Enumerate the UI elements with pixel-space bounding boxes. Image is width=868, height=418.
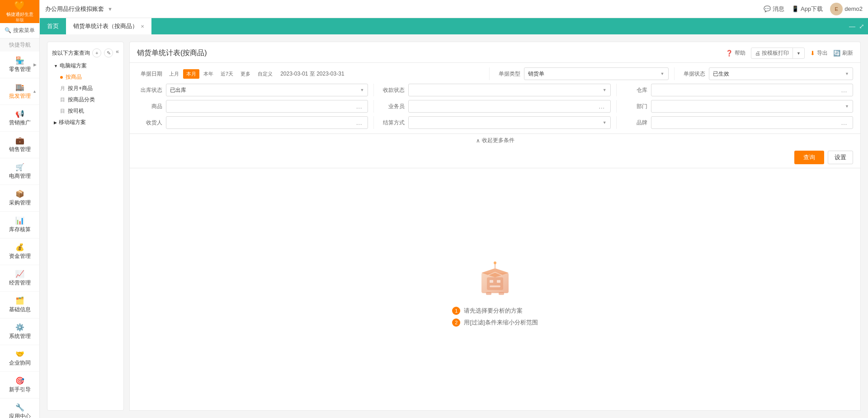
export-button[interactable]: ⬇ 导出 bbox=[810, 49, 828, 57]
divider-3 bbox=[373, 84, 374, 96]
sidebar-item-enterprise[interactable]: 🤝 企业协同 bbox=[0, 345, 39, 372]
tab-sales-stat[interactable]: 销货单统计表（按商品） ✕ bbox=[66, 18, 151, 34]
settlement-input[interactable]: ▼ bbox=[408, 116, 610, 129]
empty-step-2: 2 用[过滤]条件来缩小分析范围 bbox=[452, 318, 538, 327]
tab-close-icon[interactable]: ✕ bbox=[141, 24, 144, 29]
sidebar-item-basic[interactable]: 🗂️ 基础信息 bbox=[0, 292, 39, 318]
sidebar-item-newbie[interactable]: 🎯 新手引导 bbox=[0, 372, 39, 399]
refresh-button[interactable]: 🔄 刷新 bbox=[833, 49, 853, 57]
consignee-dots-icon[interactable]: … bbox=[354, 119, 364, 126]
print-template-button[interactable]: 🖨 按模板打印 bbox=[751, 48, 793, 58]
sidebar-item-inventory[interactable]: 📊 库存核算 bbox=[0, 212, 39, 238]
tree-item-by-category-label: 按商品分类 bbox=[68, 96, 95, 104]
help-button[interactable]: ❓ 帮助 bbox=[726, 49, 745, 57]
tree-item-desktop[interactable]: ▼ 电脑端方案 bbox=[47, 60, 123, 71]
collapse-conditions-button[interactable]: ∧ 收起更多条件 bbox=[476, 137, 514, 144]
staff-input[interactable]: … bbox=[408, 100, 610, 113]
search-bar: 单据日期 上月 本月 本年 近7天 更多 自定义 2023-03-01 至 20… bbox=[129, 62, 861, 133]
receipt-status-field: 收款状态 ▼ bbox=[379, 84, 610, 96]
add-scheme-button[interactable]: + bbox=[92, 48, 101, 57]
receipt-status-value bbox=[412, 86, 418, 94]
sidebar-item-marketing[interactable]: 📢 营销推广 bbox=[0, 105, 39, 132]
svg-rect-11 bbox=[499, 292, 504, 295]
apps-icon: 🔧 bbox=[15, 403, 24, 412]
message-action[interactable]: 💬 消息 bbox=[764, 5, 784, 13]
brand-dots-icon[interactable]: … bbox=[839, 119, 849, 126]
date-tab-this-year[interactable]: 本年 bbox=[200, 69, 217, 79]
search-row-2: 出库状态 已出库 ▼ 收款状态 ▼ bbox=[137, 84, 853, 96]
sidebar-item-wholesale[interactable]: 🏬 批发管理 ▲ bbox=[0, 78, 39, 105]
divider-7 bbox=[373, 116, 374, 129]
sidebar-item-ecommerce[interactable]: 🛒 电商管理 bbox=[0, 158, 39, 185]
tab-home[interactable]: 首页 bbox=[40, 18, 66, 34]
staff-dots-icon[interactable]: … bbox=[597, 103, 607, 110]
query-button[interactable]: 查询 bbox=[794, 151, 824, 164]
dept-input[interactable]: ▼ bbox=[651, 100, 853, 113]
sidebar-item-enterprise-label: 企业协同 bbox=[9, 359, 31, 367]
logo-icon: 🧡 bbox=[14, 0, 25, 11]
system-icon: ⚙️ bbox=[15, 323, 24, 332]
tree-item-by-printer[interactable]: 目 按司机 bbox=[47, 105, 123, 117]
collapse-up-icon: ∧ bbox=[476, 138, 480, 144]
minimize-icon[interactable]: — bbox=[849, 23, 855, 30]
dropdown-arrow-icon[interactable]: ▼ bbox=[108, 6, 113, 12]
receipt-status-input[interactable]: ▼ bbox=[408, 84, 610, 96]
date-tab-last-month[interactable]: 上月 bbox=[166, 69, 182, 79]
setting-button[interactable]: 设置 bbox=[828, 151, 853, 164]
warehouse-dots-icon[interactable]: … bbox=[839, 86, 849, 94]
doc-status-input[interactable]: 已生效 ▼ bbox=[709, 67, 854, 80]
tree-item-by-product[interactable]: 按商品 bbox=[47, 71, 123, 83]
operations-icon: 📈 bbox=[15, 270, 24, 278]
sidebar-search[interactable]: 🔍 搜索菜单 bbox=[0, 23, 39, 38]
date-tab-this-month[interactable]: 本月 bbox=[183, 69, 199, 79]
divider-8 bbox=[616, 116, 617, 129]
empty-steps: 1 请先选择要分析的方案 2 用[过滤]条件来缩小分析范围 bbox=[452, 307, 538, 327]
settlement-label: 结算方式 bbox=[379, 119, 405, 127]
consignee-input[interactable]: … bbox=[166, 116, 368, 129]
doc-type-input[interactable]: 销货单 ▼ bbox=[524, 67, 669, 80]
date-tab-7days[interactable]: 近7天 bbox=[217, 69, 236, 79]
doc-type-arrow-icon: ▼ bbox=[660, 71, 665, 76]
app-download-action[interactable]: 📱 App下载 bbox=[792, 5, 823, 13]
tree-item-by-category[interactable]: 目 按商品分类 bbox=[47, 94, 123, 105]
svg-rect-4 bbox=[487, 277, 503, 290]
sidebar-item-retail-label: 零售管理 bbox=[9, 66, 31, 73]
page-content: 按以下方案查询 + ✎ « ▼ 电脑端方案 bbox=[40, 34, 868, 418]
search-row-1: 单据日期 上月 本月 本年 近7天 更多 自定义 2023-03-01 至 20… bbox=[137, 67, 853, 80]
product-input[interactable]: … bbox=[166, 100, 368, 113]
retail-icon: 🏪 bbox=[15, 56, 24, 65]
sidebar-item-retail[interactable]: 🏪 零售管理 ▶ bbox=[0, 52, 39, 78]
product-dots-icon[interactable]: … bbox=[354, 103, 364, 110]
sidebar-item-operations[interactable]: 📈 经营管理 bbox=[0, 265, 39, 292]
sidebar-item-sales[interactable]: 💼 销售管理 bbox=[0, 132, 39, 158]
sidebar-item-system[interactable]: ⚙️ 系统管理 bbox=[0, 318, 39, 345]
edit-scheme-button[interactable]: ✎ bbox=[104, 48, 113, 57]
tree-item-mobile[interactable]: ▶ 移动端方案 bbox=[47, 117, 123, 128]
print-template-label: 按模板打印 bbox=[762, 49, 789, 57]
user-menu[interactable]: E demo2 bbox=[830, 3, 863, 15]
tree-item-by-month-product[interactable]: 月 按月+商品 bbox=[47, 83, 123, 94]
sidebar-item-apps-label: 应用中心 bbox=[9, 413, 31, 418]
maximize-icon[interactable]: ⤢ bbox=[859, 23, 864, 30]
date-label: 单据日期 bbox=[137, 70, 162, 78]
print-template-dropdown[interactable]: ▼ bbox=[793, 50, 804, 57]
date-tab-custom[interactable]: 自定义 bbox=[255, 69, 276, 79]
sidebar-item-purchase[interactable]: 📦 采购管理 bbox=[0, 185, 39, 212]
newbie-icon: 🎯 bbox=[15, 376, 24, 385]
warehouse-input[interactable]: … bbox=[651, 84, 853, 96]
collapse-panel-button[interactable]: « bbox=[116, 48, 119, 57]
sidebar-item-apps[interactable]: 🔧 应用中心 bbox=[0, 399, 39, 418]
dept-field: 部门 ▼ bbox=[622, 100, 853, 113]
tree-item-mobile-label: 移动端方案 bbox=[59, 119, 86, 126]
basic-icon: 🗂️ bbox=[15, 296, 24, 305]
sidebar-item-wholesale-label: 批发管理 bbox=[9, 92, 31, 100]
date-tab-more[interactable]: 更多 bbox=[237, 69, 254, 79]
message-label: 消息 bbox=[773, 5, 784, 13]
page-header-actions: ❓ 帮助 🖨 按模板打印 ▼ ⬇ 导出 bbox=[726, 48, 853, 59]
sidebar-item-finance[interactable]: 💰 资金管理 bbox=[0, 238, 39, 265]
out-status-input[interactable]: 已出库 ▼ bbox=[166, 84, 368, 96]
step1-num: 1 bbox=[452, 307, 460, 315]
export-label: 导出 bbox=[817, 49, 828, 57]
brand-input[interactable]: … bbox=[651, 116, 853, 129]
divider-5 bbox=[373, 100, 374, 113]
